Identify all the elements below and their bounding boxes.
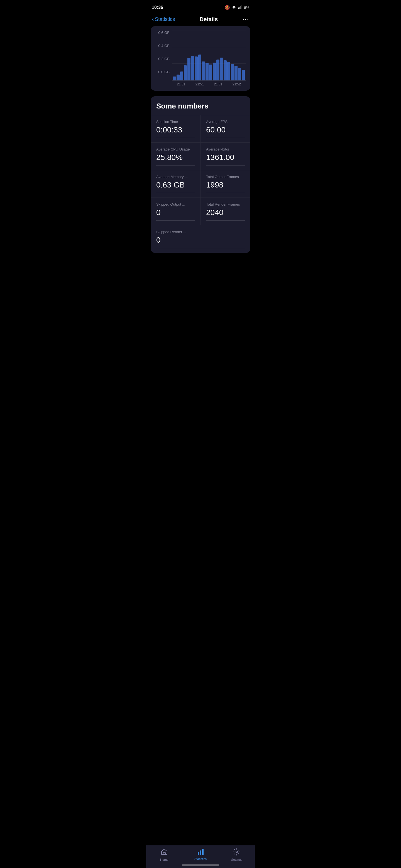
stat-value-total-render-frames: 2040 bbox=[206, 208, 245, 217]
stat-label-skipped-output: Skipped Output ... bbox=[156, 202, 195, 207]
svg-rect-0 bbox=[238, 7, 239, 9]
y-label-4: 0.0 GB bbox=[159, 70, 170, 74]
stat-label-avg-kbits: Average kbit/s bbox=[206, 147, 245, 151]
stat-avg-kbits: Average kbit/s 1361.00 bbox=[200, 143, 250, 170]
stat-label-total-render-frames: Total Render Frames bbox=[206, 202, 245, 207]
stat-total-output-frames: Total Output Frames 1998 bbox=[200, 170, 250, 198]
bar-13 bbox=[217, 60, 220, 81]
numbers-card: Some numbers Session Time 0:00:33 Averag… bbox=[151, 96, 250, 253]
chart-card: 0.6 GB 0.4 GB 0.2 GB 0.0 GB bbox=[151, 26, 250, 91]
stat-avg-cpu: Average CPU Usage 25.80% bbox=[151, 143, 200, 170]
stat-value-avg-memory: 0.63 GB bbox=[156, 181, 195, 189]
back-label: Statistics bbox=[155, 17, 175, 22]
stat-value-session-time: 0:00:33 bbox=[156, 125, 195, 134]
bar-2 bbox=[176, 74, 180, 81]
bar-16 bbox=[227, 62, 230, 81]
stats-grid: Session Time 0:00:33 Average FPS 60.00 A… bbox=[151, 115, 250, 253]
bar-11 bbox=[209, 65, 212, 81]
svg-rect-1 bbox=[239, 7, 240, 9]
status-bar: 10:36 🔕 8% bbox=[146, 0, 255, 13]
page-title: Details bbox=[200, 16, 218, 23]
stat-value-total-output-frames: 1998 bbox=[206, 181, 245, 189]
stat-session-time: Session Time 0:00:33 bbox=[151, 115, 200, 143]
x-label-2: 21:51 bbox=[196, 82, 204, 86]
x-label-4: 21:52 bbox=[232, 82, 241, 86]
status-icons: 🔕 8% bbox=[225, 5, 249, 10]
main-content: 0.6 GB 0.4 GB 0.2 GB 0.0 GB bbox=[146, 26, 255, 286]
bar-10 bbox=[205, 63, 208, 81]
bar-15 bbox=[224, 60, 227, 81]
stat-label-avg-fps: Average FPS bbox=[206, 120, 245, 124]
chart-x-axis: 21:51 21:51 21:51 21:52 bbox=[155, 82, 246, 86]
stat-total-render-frames: Total Render Frames 2040 bbox=[200, 198, 250, 225]
stat-avg-memory: Average Memory ... 0.63 GB bbox=[151, 170, 200, 198]
divider bbox=[156, 138, 195, 138]
svg-rect-2 bbox=[240, 6, 241, 9]
back-button[interactable]: ‹ Statistics bbox=[152, 16, 175, 22]
y-label-1: 0.6 GB bbox=[159, 31, 170, 35]
chart-plot bbox=[172, 31, 246, 81]
stat-label-skipped-render: Skipped Render ... bbox=[156, 230, 245, 234]
divider bbox=[156, 165, 195, 165]
divider bbox=[206, 165, 245, 165]
signal-icon bbox=[238, 5, 242, 10]
bar-1 bbox=[173, 76, 176, 81]
bar-12 bbox=[213, 63, 216, 81]
bar-20 bbox=[242, 70, 245, 81]
status-time: 10:36 bbox=[152, 5, 163, 10]
wifi-icon bbox=[232, 5, 236, 10]
stat-value-avg-kbits: 1361.00 bbox=[206, 153, 245, 162]
stat-label-avg-cpu: Average CPU Usage bbox=[156, 147, 195, 151]
stat-skipped-render: Skipped Render ... 0 bbox=[151, 225, 250, 253]
stat-value-skipped-output: 0 bbox=[156, 208, 195, 217]
nav-bar: ‹ Statistics Details ··· bbox=[146, 13, 255, 26]
chart-bars bbox=[172, 31, 246, 81]
notification-bell-icon: 🔕 bbox=[225, 5, 230, 10]
x-label-3: 21:51 bbox=[214, 82, 222, 86]
numbers-header: Some numbers bbox=[151, 96, 250, 115]
more-button[interactable]: ··· bbox=[242, 16, 249, 23]
chart-area: 0.6 GB 0.4 GB 0.2 GB 0.0 GB bbox=[155, 31, 246, 81]
chevron-left-icon: ‹ bbox=[152, 16, 154, 22]
stat-value-skipped-render: 0 bbox=[156, 236, 245, 245]
bar-6 bbox=[191, 56, 194, 81]
numbers-title: Some numbers bbox=[156, 102, 208, 110]
bar-4 bbox=[184, 65, 187, 81]
bar-17 bbox=[231, 64, 234, 81]
stat-avg-fps: Average FPS 60.00 bbox=[200, 115, 250, 143]
divider bbox=[206, 193, 245, 193]
divider bbox=[206, 220, 245, 221]
bar-9 bbox=[202, 61, 205, 81]
stat-label-total-output-frames: Total Output Frames bbox=[206, 175, 245, 179]
divider bbox=[156, 193, 195, 193]
y-label-2: 0.4 GB bbox=[159, 44, 170, 48]
stat-skipped-output: Skipped Output ... 0 bbox=[151, 198, 200, 225]
stat-label-avg-memory: Average Memory ... bbox=[156, 175, 195, 179]
bar-5 bbox=[188, 58, 191, 81]
battery-text: 8% bbox=[244, 6, 249, 10]
bar-18 bbox=[234, 66, 237, 81]
stat-value-avg-fps: 60.00 bbox=[206, 125, 245, 134]
bar-14 bbox=[220, 58, 223, 81]
chart-y-axis: 0.6 GB 0.4 GB 0.2 GB 0.0 GB bbox=[155, 31, 172, 81]
stat-value-avg-cpu: 25.80% bbox=[156, 153, 195, 162]
divider bbox=[156, 220, 195, 221]
bar-8 bbox=[198, 55, 201, 81]
x-label-1: 21:51 bbox=[177, 82, 185, 86]
divider bbox=[206, 138, 245, 138]
stat-label-session-time: Session Time bbox=[156, 120, 195, 124]
svg-rect-3 bbox=[242, 5, 242, 9]
bar-3 bbox=[180, 71, 183, 81]
y-label-3: 0.2 GB bbox=[159, 57, 170, 61]
bar-7 bbox=[195, 57, 198, 81]
bar-19 bbox=[238, 68, 241, 81]
